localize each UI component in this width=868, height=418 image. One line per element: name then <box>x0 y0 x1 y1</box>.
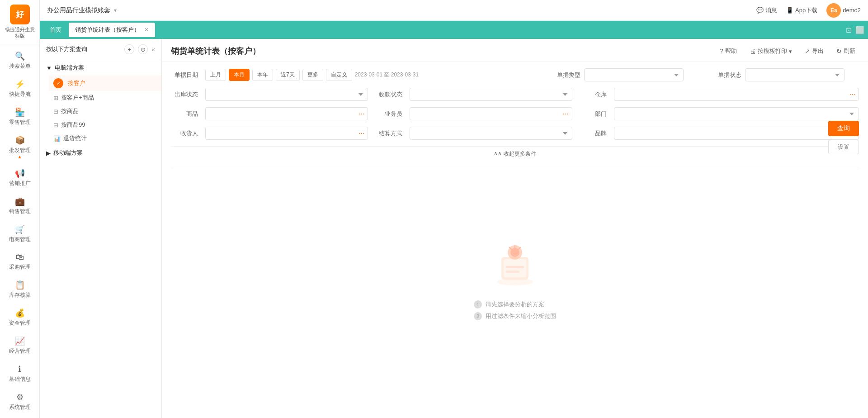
collapse-left-btn[interactable]: « <box>151 46 155 53</box>
department-wrap <box>614 107 859 120</box>
settings-btn[interactable]: 设置 <box>828 140 859 154</box>
topbar-right: 💬 消息 📱 App下载 Ea demo2 <box>756 3 861 18</box>
query-btn[interactable]: 查询 <box>828 121 859 136</box>
left-panel-actions: + ⊙ « <box>124 44 155 54</box>
messages-btn[interactable]: 💬 消息 <box>756 6 777 14</box>
sidebar-item-label: 系统管理 <box>9 404 31 411</box>
date-btn-this-year[interactable]: 本年 <box>252 69 273 81</box>
salesperson-dots[interactable]: ··· <box>563 110 569 118</box>
department-select[interactable] <box>614 107 859 120</box>
tip-num-1: 1 <box>474 300 482 309</box>
marketing-icon: 📢 <box>15 168 25 178</box>
topbar-left: 办公用品行业模拟账套 ▾ <box>47 6 117 14</box>
app-download-btn[interactable]: 📱 App下载 <box>786 6 817 14</box>
filter-row-4: 收货人 ··· 结算方式 品牌 ··· <box>171 127 859 140</box>
sidebar-item-quicknav[interactable]: ⚡ 快捷导航 <box>0 75 39 103</box>
tab-actions: ⊡ ⬜ <box>846 26 864 34</box>
receive-status-select[interactable] <box>410 88 572 101</box>
warehouse-label: 仓库 <box>580 90 607 99</box>
settings-scheme-btn[interactable]: ⊙ <box>138 44 148 54</box>
quicknav-icon: ⚡ <box>15 79 25 89</box>
left-panel-title: 按以下方案查询 <box>46 45 87 53</box>
payment-select[interactable] <box>410 127 572 140</box>
sidebar-item-sales[interactable]: 💼 销售管理 <box>0 192 39 220</box>
brand-wrap: ··· <box>614 127 859 140</box>
sidebar-item-label: 基础信息 <box>9 375 31 383</box>
collapse-bar[interactable]: ∧∧ 收起更多条件 <box>171 146 859 162</box>
sidebar-item-enterprise[interactable]: 🤝 企业协同 <box>0 416 39 418</box>
wholesale-icon: 📦 <box>15 135 25 145</box>
sidebar-item-search[interactable]: 🔍 搜索菜单 <box>0 47 39 75</box>
left-panel-header: 按以下方案查询 + ⊙ « <box>40 39 161 60</box>
sales-icon: 💼 <box>15 196 25 206</box>
out-status-label: 出库状态 <box>171 90 198 99</box>
receiver-input[interactable] <box>205 127 368 140</box>
sidebar-item-marketing[interactable]: 📢 营销推广 <box>0 164 39 192</box>
page-header: 销货单统计表（按客户） ? 帮助 🖨 按模板打印 ▾ ↗ 导出 <box>162 39 868 62</box>
goods-label: 商品 <box>171 110 198 118</box>
date-btn-custom[interactable]: 自定义 <box>326 69 352 81</box>
tree-item-label: 按商品 <box>61 107 79 115</box>
sidebar-item-label: 销售管理 <box>9 208 31 215</box>
salesperson-wrap: ··· <box>410 107 572 120</box>
filter-area: 单据日期 上月 本月 本年 近7天 更多 自定义 2023-03-01 至 20… <box>162 62 868 168</box>
help-label: 帮助 <box>725 47 737 55</box>
sidebar-item-operation[interactable]: 📈 经营管理 <box>0 332 39 360</box>
sidebar-item-label: 快捷导航 <box>9 90 31 98</box>
chart-icon: 📊 <box>53 135 61 142</box>
grid-icon: ⊞ <box>53 95 58 101</box>
tab-sales-stats[interactable]: 销货单统计表（按客户） ✕ <box>69 23 155 37</box>
tree-item-by-customer[interactable]: ✓ 按客户 <box>49 76 161 91</box>
sidebar-item-finance[interactable]: 💰 资金管理 <box>0 304 39 332</box>
type-select[interactable] <box>584 68 684 81</box>
template-print-label: 按模板打印 <box>758 47 787 55</box>
tree-item-by-customer-goods[interactable]: ⊞ 按客户+商品 <box>49 91 161 104</box>
brand-input[interactable] <box>614 127 859 140</box>
user-area[interactable]: Ea demo2 <box>826 3 861 18</box>
empty-tip-1: 1 请先选择要分析的方案 <box>474 300 556 309</box>
goods-wrap: ··· <box>205 107 368 120</box>
tab-restore-btn[interactable]: ⊡ <box>846 26 852 34</box>
main-area: 办公用品行业模拟账套 ▾ 💬 消息 📱 App下载 Ea demo2 首页 销货… <box>40 0 868 418</box>
salesperson-input[interactable] <box>410 107 572 120</box>
tip-text-1: 请先选择要分析的方案 <box>486 300 544 309</box>
date-btn-more[interactable]: 更多 <box>302 69 323 81</box>
out-status-select[interactable] <box>205 88 368 101</box>
sidebar-item-wholesale[interactable]: 📦 批发管理 ▲ <box>0 131 39 164</box>
sidebar-item-inventory[interactable]: 📋 库存核算 <box>0 276 39 304</box>
receiver-dots[interactable]: ··· <box>359 129 364 138</box>
sidebar-item-ecommerce[interactable]: 🛒 电商管理 <box>0 220 39 248</box>
topbar-dropdown-icon[interactable]: ▾ <box>114 7 117 14</box>
tab-close-icon[interactable]: ✕ <box>144 27 149 33</box>
filter-row-1: 单据日期 上月 本月 本年 近7天 更多 自定义 2023-03-01 至 20… <box>171 68 859 81</box>
sidebar-item-label: 资金管理 <box>9 319 31 327</box>
date-btn-this-month[interactable]: 本月 <box>229 69 250 81</box>
sidebar-item-purchase[interactable]: 🛍 采购管理 <box>0 248 39 276</box>
warehouse-dots[interactable]: ··· <box>849 90 855 99</box>
export-btn[interactable]: ↗ 导出 <box>801 45 827 57</box>
goods-input[interactable] <box>205 107 368 120</box>
print-icon: 🖨 <box>750 48 756 55</box>
date-btn-7days[interactable]: 近7天 <box>276 69 300 81</box>
receive-status-wrap <box>410 88 572 101</box>
goods-dots[interactable]: ··· <box>359 110 364 118</box>
help-btn[interactable]: ? 帮助 <box>716 45 741 57</box>
status-select[interactable] <box>745 68 844 81</box>
tab-maximize-btn[interactable]: ⬜ <box>855 26 864 34</box>
warehouse-input[interactable] <box>614 88 859 101</box>
date-btn-last-month[interactable]: 上月 <box>205 69 226 81</box>
add-scheme-btn[interactable]: + <box>124 44 134 54</box>
tree-item-by-goods-99[interactable]: ⊟ 按商品99 <box>49 118 161 132</box>
empty-state: 1 请先选择要分析的方案 2 用过滤条件来缩小分析范围 <box>162 168 868 418</box>
refresh-btn[interactable]: ↻ 刷新 <box>833 45 859 57</box>
tab-home[interactable]: 首页 <box>43 23 68 37</box>
tree-desktop-section[interactable]: ▼ 电脑端方案 <box>40 60 161 76</box>
tree-mobile-section[interactable]: ▶ 移动端方案 <box>40 145 161 161</box>
sidebar-item-basic[interactable]: ℹ 基础信息 <box>0 360 39 388</box>
tree-item-return-stats[interactable]: 📊 退货统计 <box>49 132 161 145</box>
sidebar-item-system[interactable]: ⚙ 系统管理 <box>0 388 39 416</box>
tree-item-by-goods[interactable]: ⊟ 按商品 <box>49 104 161 118</box>
collapse-icon: ∧∧ <box>494 150 502 158</box>
sidebar-item-retail[interactable]: 🏪 零售管理 <box>0 103 39 131</box>
template-print-btn[interactable]: 🖨 按模板打印 ▾ <box>746 45 796 57</box>
